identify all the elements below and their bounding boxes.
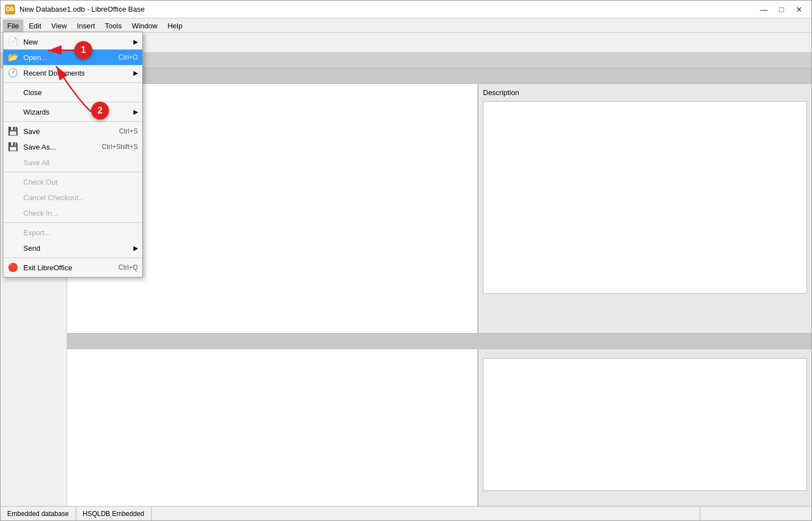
saveall-label: Save All [23, 158, 49, 167]
window-title: New Database1.odb - LibreOffice Base [19, 5, 756, 13]
open-shortcut: Ctrl+O [118, 53, 138, 61]
close-label: Close [23, 88, 42, 97]
menu-file[interactable]: File [3, 19, 23, 32]
menu-insert[interactable]: Insert [72, 19, 99, 32]
checkin-label: Check In... [23, 209, 58, 217]
export-icon [7, 226, 19, 239]
menu-item-send[interactable]: Send ▶ [3, 240, 142, 256]
save-shortcut: Ctrl+S [119, 127, 138, 135]
menu-item-checkin: Check In... [3, 205, 142, 221]
menu-window[interactable]: Window [127, 19, 162, 32]
menu-help[interactable]: Help [163, 19, 187, 32]
sep-1 [3, 82, 142, 83]
menu-edit[interactable]: Edit [24, 19, 46, 32]
cancelcheckout-label: Cancel Checkout... [23, 193, 84, 202]
wizards-icon [7, 106, 19, 118]
recent-label: Recent Documents [23, 69, 85, 77]
saveas-icon: 💾 [7, 141, 19, 153]
menu-item-save[interactable]: 💾 Save Ctrl+S [3, 123, 142, 139]
save-label: Save [23, 127, 40, 136]
new-arrow: ▶ [133, 38, 138, 46]
open-label: Open... [23, 53, 47, 62]
sep-5 [3, 222, 142, 223]
status-embedded: Embedded database [1, 507, 76, 520]
recent-arrow: ▶ [133, 70, 138, 77]
lower-description-box [483, 358, 807, 491]
close-icon [7, 86, 19, 98]
upper-description-area: Description [478, 84, 811, 333]
status-hsqldb: HSQLDB Embedded [76, 507, 152, 520]
export-label: Export... [23, 229, 50, 237]
menu-item-new[interactable]: 📄 New ▶ [3, 34, 142, 49]
menu-view[interactable]: View [47, 19, 71, 32]
status-empty1 [152, 507, 701, 520]
status-bar: Embedded database HSQLDB Embedded [1, 506, 811, 520]
checkin-icon [7, 207, 19, 219]
lower-list-area [67, 349, 478, 506]
close-button[interactable]: ✕ [791, 3, 807, 16]
maximize-button[interactable]: □ [774, 3, 789, 16]
lower-panel-body [67, 349, 811, 506]
menu-item-saveall: Save All [3, 155, 142, 170]
cancelcheckout-icon [7, 191, 19, 204]
upper-panel-body: Description [67, 84, 811, 333]
exit-shortcut: Ctrl+Q [118, 264, 138, 271]
description-box [483, 101, 807, 294]
new-icon: 📄 [7, 36, 19, 48]
sep-2 [3, 102, 142, 102]
menu-tools[interactable]: Tools [101, 19, 126, 32]
sep-6 [3, 257, 142, 258]
menu-item-checkout: Check Out [3, 174, 142, 190]
menu-item-recent[interactable]: 🕐 Recent Documents ▶ [3, 65, 142, 81]
title-bar: DB New Database1.odb - LibreOffice Base … [1, 1, 811, 18]
checkout-label: Check Out [23, 178, 57, 186]
lower-section [67, 334, 811, 506]
upper-section: Description [67, 68, 811, 334]
menu-item-saveas[interactable]: 💾 Save As... Ctrl+Shift+S [3, 139, 142, 155]
main-window: DB New Database1.odb - LibreOffice Base … [0, 0, 812, 521]
menu-item-exit[interactable]: 🔴 Exit LibreOffice Ctrl+Q [3, 260, 142, 275]
checkout-icon [7, 176, 19, 188]
send-arrow: ▶ [133, 245, 138, 252]
menu-item-wizards[interactable]: Wizards ▶ [3, 104, 142, 120]
new-label: New [23, 38, 38, 46]
menu-item-open[interactable]: 📂 Open... Ctrl+O [3, 49, 142, 65]
recent-icon: 🕐 [7, 67, 19, 79]
open-icon: 📂 [7, 51, 19, 63]
file-dropdown-menu: 📄 New ▶ 📂 Open... Ctrl+O 🕐 Recent Docume… [3, 32, 143, 277]
app-icon: DB [5, 4, 15, 14]
lower-panel-header [67, 334, 811, 349]
wizards-arrow: ▶ [133, 108, 138, 116]
send-label: Send [23, 244, 40, 252]
wizards-label: Wizards [23, 108, 49, 116]
save-icon: 💾 [7, 125, 19, 137]
menu-item-cancelcheckout: Cancel Checkout... [3, 190, 142, 205]
upper-panel-header [67, 68, 811, 84]
exit-icon: 🔴 [7, 261, 19, 274]
saveas-shortcut: Ctrl+Shift+S [102, 143, 138, 151]
description-label: Description [483, 88, 519, 97]
menu-item-export: Export... [3, 225, 142, 240]
saveas-label: Save As... [23, 143, 56, 151]
main-panel: Description [67, 68, 811, 506]
minimize-button[interactable]: — [756, 3, 771, 16]
menu-item-close[interactable]: Close [3, 85, 142, 100]
send-icon [7, 242, 19, 254]
sep-4 [3, 172, 142, 172]
title-controls: — □ ✕ [756, 3, 807, 16]
exit-label: Exit LibreOffice [23, 264, 72, 272]
lower-description-area [478, 349, 811, 506]
status-empty2 [700, 507, 811, 520]
sep-3 [3, 121, 142, 122]
saveall-icon [7, 156, 19, 168]
